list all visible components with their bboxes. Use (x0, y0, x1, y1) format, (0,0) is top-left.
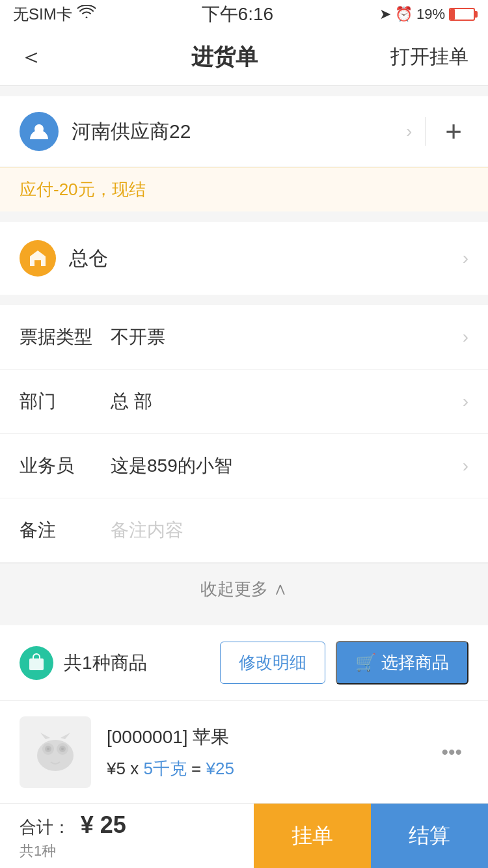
alarm-icon: ⏰ (395, 6, 413, 23)
price-x: x (130, 759, 143, 778)
supplier-name: 河南供应商22 (72, 118, 400, 145)
products-count: 共1种商品 (64, 651, 220, 675)
quantity-value: 5千克 (143, 759, 186, 778)
select-btn-label: 选择商品 (381, 651, 449, 674)
supplier-row[interactable]: 河南供应商22 › + (0, 96, 488, 167)
salesperson-row[interactable]: 业务员 这是859的小智 › (0, 434, 488, 498)
status-bar-right: ➤ ⏰ 19% (379, 6, 475, 23)
svg-point-9 (61, 748, 64, 750)
invoice-row[interactable]: 票据类型 不开票 › (0, 305, 488, 370)
department-value: 总 部 (111, 389, 456, 414)
svg-point-8 (47, 748, 49, 750)
department-label: 部门 (20, 389, 111, 414)
supplier-section: 河南供应商22 › + 应付-20元，现结 (0, 96, 488, 211)
product-name: [0000001] 苹果 (107, 725, 435, 750)
select-icon: 🛒 (355, 653, 376, 673)
products-icon (20, 646, 53, 680)
invoice-label: 票据类型 (20, 325, 111, 349)
product-price: ¥5 x 5千克 = ¥25 (107, 757, 435, 780)
remark-row[interactable]: 备注 备注内容 (0, 498, 488, 563)
total-count: 共1种 (20, 841, 234, 861)
warehouse-row[interactable]: 总仓 › (0, 222, 488, 295)
chevron-right-icon-2: › (463, 248, 468, 269)
product-thumbnail (20, 716, 91, 788)
total-amount: ¥ 25 (81, 811, 126, 838)
total-value: ¥25 (206, 759, 234, 778)
section-gap-3 (0, 295, 488, 305)
chevron-right-icon-5: › (463, 455, 468, 476)
divider (425, 117, 426, 146)
add-supplier-button[interactable]: + (439, 115, 468, 148)
svg-point-3 (37, 740, 74, 771)
avatar (20, 112, 59, 151)
total-section: 合计： ¥ 25 共1种 (0, 811, 254, 861)
form-section: 票据类型 不开票 › 部门 总 部 › 业务员 这是859的小智 › 备注 备注… (0, 305, 488, 563)
product-info: [0000001] 苹果 ¥5 x 5千克 = ¥25 (107, 725, 435, 780)
svg-rect-2 (29, 658, 44, 670)
section-gap-1 (0, 86, 488, 96)
edit-detail-button[interactable]: 修改明细 (220, 642, 325, 684)
page-title: 进货单 (191, 42, 258, 72)
status-bar-left: 无SIM卡 (13, 4, 96, 25)
warehouse-section[interactable]: 总仓 › (0, 222, 488, 295)
department-row[interactable]: 部门 总 部 › (0, 370, 488, 434)
chevron-right-icon: › (406, 121, 412, 142)
wifi-icon (77, 5, 96, 23)
battery-percent: 19% (416, 6, 445, 23)
select-product-button[interactable]: 🛒 选择商品 (336, 641, 468, 685)
warehouse-name: 总仓 (69, 245, 456, 272)
remark-label: 备注 (20, 518, 111, 543)
price-value: ¥5 (107, 759, 126, 778)
collapse-button[interactable]: 收起更多 ∧ (0, 563, 488, 615)
total-label: 合计： (20, 817, 70, 837)
warehouse-icon (20, 240, 56, 277)
warning-bar: 应付-20元，现结 (0, 167, 488, 211)
salesperson-label: 业务员 (20, 454, 111, 478)
svg-rect-1 (34, 260, 41, 266)
remark-value[interactable]: 备注内容 (111, 518, 468, 543)
products-header: 共1种商品 修改明细 🛒 选择商品 (0, 625, 488, 701)
location-icon: ➤ (379, 6, 391, 23)
more-options-button[interactable]: ••• (435, 735, 468, 770)
bottom-bar: 合计： ¥ 25 共1种 挂单 结算 (0, 803, 488, 868)
chevron-right-icon-4: › (463, 391, 468, 412)
chevron-right-icon-3: › (463, 327, 468, 347)
product-item: [0000001] 苹果 ¥5 x 5千克 = ¥25 ••• (0, 701, 488, 804)
status-bar: 无SIM卡 下午6:16 ➤ ⏰ 19% (0, 0, 488, 29)
nav-bar: ＜ 进货单 打开挂单 (0, 29, 488, 86)
signal-text: 无SIM卡 (13, 4, 72, 25)
price-eq: = (191, 759, 206, 778)
battery-icon (449, 8, 475, 21)
section-gap-2 (0, 211, 488, 222)
checkout-button[interactable]: 结算 (371, 804, 488, 869)
invoice-value: 不开票 (111, 325, 456, 349)
back-button[interactable]: ＜ (20, 41, 59, 73)
hang-button[interactable]: 挂单 (254, 804, 371, 869)
salesperson-value: 这是859的小智 (111, 454, 456, 478)
status-time: 下午6:16 (202, 2, 274, 27)
open-hang-button[interactable]: 打开挂单 (390, 44, 468, 70)
